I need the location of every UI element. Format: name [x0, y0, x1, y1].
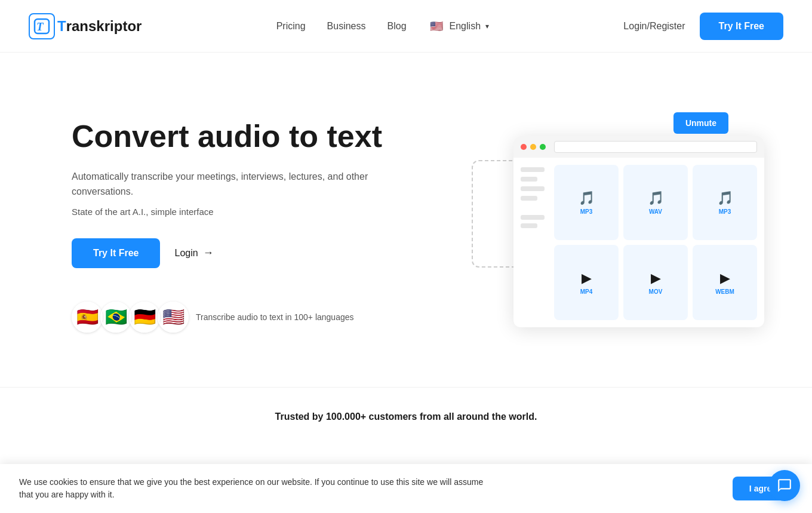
- languages-row: 🇪🇸 🇧🇷 🇩🇪 🇺🇸 Transcribe audio to text in …: [72, 302, 406, 333]
- file-label-webm: WEBM: [715, 288, 734, 295]
- browser-left-panel: [521, 165, 549, 320]
- panel-line: [521, 196, 537, 201]
- file-label-mov: MOV: [649, 288, 663, 295]
- chevron-down-icon: ▾: [485, 22, 489, 30]
- file-label-mp3: MP3: [580, 208, 593, 215]
- nav-right: Login/Register Try It Free: [623, 13, 783, 40]
- flag-brazil: 🇧🇷: [100, 302, 131, 333]
- panel-line: [521, 167, 545, 172]
- language-selector[interactable]: 🇺🇸 English ▾: [428, 18, 489, 35]
- logo-icon: T: [29, 13, 55, 39]
- hero-section: Convert audio to text Automatically tran…: [0, 53, 812, 387]
- hero-left: Convert audio to text Automatically tran…: [72, 119, 406, 333]
- language-flags: 🇪🇸 🇧🇷 🇩🇪 🇺🇸: [72, 302, 189, 333]
- nav-business[interactable]: Business: [327, 21, 366, 32]
- flag-spain: 🇪🇸: [72, 302, 103, 333]
- logo-text: Transkriptor: [57, 18, 142, 35]
- file-webm: ▶ WEBM: [693, 245, 757, 320]
- flag-germany: 🇩🇪: [129, 302, 160, 333]
- trusted-section: Trusted by 100.000+ customers from all a…: [0, 387, 812, 458]
- hero-subtitle: Automatically transcribe your meetings, …: [72, 169, 406, 199]
- flag-usa: 🇺🇸: [158, 302, 189, 333]
- language-label: English: [450, 21, 481, 32]
- nav-links: Pricing Business Blog 🇺🇸 English ▾: [276, 18, 489, 35]
- music-icon: 🎵: [717, 191, 733, 206]
- panel-line: [521, 186, 545, 191]
- video-icon: ▶: [582, 271, 592, 286]
- file-wav: 🎵 WAV: [623, 165, 688, 240]
- svg-text:T: T: [36, 20, 44, 33]
- hero-login-link[interactable]: Login →: [174, 247, 213, 259]
- browser-search-bar: [554, 141, 757, 153]
- video-icon: ▶: [651, 271, 661, 286]
- file-mp3: 🎵 MP3: [554, 165, 619, 240]
- file-mov: ▶ MOV: [623, 245, 688, 320]
- file-mp4: ▶ MP4: [554, 245, 619, 320]
- panel-line: [521, 223, 537, 228]
- trusted-text: Trusted by 100.000+ customers from all a…: [0, 411, 812, 422]
- logo[interactable]: T Transkriptor: [29, 13, 142, 39]
- hero-widget: Unmute ⬇: [454, 112, 764, 339]
- video-icon: ▶: [720, 271, 730, 286]
- panel-line: [521, 215, 545, 220]
- browser-dot-maximize: [540, 144, 546, 150]
- hero-cta: Try It Free Login →: [72, 238, 406, 268]
- nav-try-free-button[interactable]: Try It Free: [700, 13, 783, 40]
- hero-tagline: State of the art A.I., simple interface: [72, 207, 406, 217]
- file-mp3-2: 🎵 MP3: [693, 165, 757, 240]
- browser-dot-minimize: [530, 144, 536, 150]
- languages-text: Transcribe audio to text in 100+ languag…: [196, 312, 354, 322]
- panel-line: [521, 177, 537, 182]
- hero-title: Convert audio to text: [72, 119, 406, 155]
- unmute-button[interactable]: Unmute: [673, 112, 728, 134]
- browser-dot-close: [521, 144, 527, 150]
- file-label-mp3-2: MP3: [719, 208, 731, 215]
- login-register-link[interactable]: Login/Register: [623, 21, 685, 32]
- music-icon: 🎵: [648, 191, 664, 206]
- file-label-wav: WAV: [649, 208, 662, 215]
- file-grid: 🎵 MP3 🎵 WAV 🎵 MP3 ▶ MP4: [554, 165, 757, 320]
- nav-blog[interactable]: Blog: [387, 21, 407, 32]
- file-label-mp4: MP4: [580, 288, 593, 295]
- navbar: T Transkriptor Pricing Business Blog 🇺🇸 …: [0, 0, 812, 53]
- language-flag: 🇺🇸: [428, 18, 445, 35]
- music-icon: 🎵: [579, 191, 595, 206]
- browser-body: 🎵 MP3 🎵 WAV 🎵 MP3 ▶ MP4: [513, 158, 764, 327]
- browser-bar: [513, 136, 764, 158]
- browser-window: 🎵 MP3 🎵 WAV 🎵 MP3 ▶ MP4: [513, 136, 764, 327]
- hero-try-free-button[interactable]: Try It Free: [72, 238, 160, 268]
- arrow-icon: →: [203, 247, 214, 259]
- nav-pricing[interactable]: Pricing: [276, 21, 306, 32]
